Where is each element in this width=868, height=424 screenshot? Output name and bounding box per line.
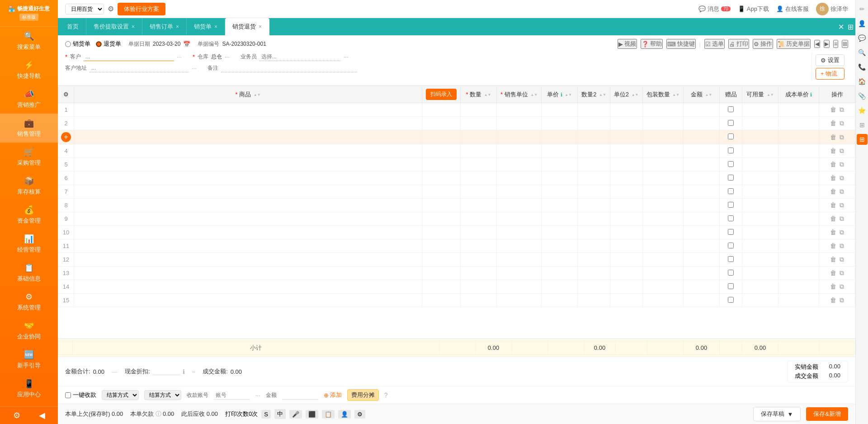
price-cell[interactable]: [542, 158, 578, 172]
delete-row-button[interactable]: 🗑: [829, 200, 837, 210]
qty-cell[interactable]: [460, 103, 496, 117]
right-tool-grid[interactable]: ⊞: [857, 119, 868, 130]
unit-cell[interactable]: [496, 117, 541, 130]
qty2-cell[interactable]: [578, 212, 610, 226]
sidebar-item-marketing[interactable]: 📣 营销推广: [0, 85, 58, 114]
unit2-cell[interactable]: [610, 199, 642, 212]
copy-row-button[interactable]: ⧉: [839, 119, 845, 128]
gift-cell[interactable]: [720, 280, 742, 294]
unit-cell[interactable]: [496, 267, 541, 280]
delete-row-button[interactable]: 🗑: [829, 160, 837, 169]
radio-sales[interactable]: 销货单: [65, 40, 90, 48]
avail-cell[interactable]: [742, 144, 778, 158]
table-wrapper[interactable]: ⚙ * 商品 ▲▼ 扫码录入 * 数量: [58, 86, 855, 338]
gift-cell[interactable]: [720, 130, 742, 144]
cost-cell[interactable]: [778, 130, 819, 144]
radio-return-input[interactable]: [96, 41, 102, 47]
col-price-sort[interactable]: ▲▼: [565, 93, 572, 97]
amount-cell[interactable]: [684, 294, 720, 307]
pack-cell[interactable]: [642, 185, 683, 199]
gift-cell[interactable]: [720, 212, 742, 226]
price-cell[interactable]: [542, 117, 578, 130]
price-cell[interactable]: [542, 130, 578, 144]
delete-row-button[interactable]: 🗑: [829, 105, 837, 114]
price-cell[interactable]: [542, 103, 578, 117]
pack-cell[interactable]: [642, 253, 683, 267]
qty-cell[interactable]: [460, 185, 496, 199]
gift-checkbox[interactable]: [728, 148, 734, 153]
qty-cell[interactable]: [460, 130, 496, 144]
unit2-cell[interactable]: [610, 294, 642, 307]
qty2-cell[interactable]: [578, 294, 610, 307]
avail-cell[interactable]: [742, 158, 778, 172]
cost-cell[interactable]: [778, 226, 819, 239]
gift-cell[interactable]: [720, 158, 742, 172]
avail-cell[interactable]: [742, 280, 778, 294]
account-input[interactable]: [214, 391, 250, 400]
tab-sales-return[interactable]: 销货退货 ×: [225, 18, 269, 35]
avail-cell[interactable]: [742, 199, 778, 212]
col-settings[interactable]: ⚙: [58, 86, 74, 103]
qty-cell[interactable]: [460, 158, 496, 172]
product-cell[interactable]: [74, 267, 422, 280]
qty-cell[interactable]: [460, 212, 496, 226]
amount-cell[interactable]: [684, 267, 720, 280]
unit-cell[interactable]: [496, 144, 541, 158]
select-button[interactable]: ☑ 选单: [704, 39, 725, 49]
bottom-tool-5[interactable]: 📋: [322, 410, 335, 419]
price-cell[interactable]: [542, 226, 578, 239]
gift-cell[interactable]: [720, 185, 742, 199]
unit-cell[interactable]: [496, 226, 541, 239]
add-fee-button[interactable]: ⊕ 添加: [324, 391, 342, 399]
gift-checkbox[interactable]: [728, 243, 734, 248]
pack-cell[interactable]: [642, 117, 683, 130]
shortcut-button[interactable]: ⌨ 快捷键: [666, 39, 696, 49]
price-cell[interactable]: [542, 144, 578, 158]
gift-checkbox[interactable]: [728, 161, 734, 167]
unit-cell[interactable]: [496, 239, 541, 253]
avail-cell[interactable]: [742, 185, 778, 199]
gift-cell[interactable]: [720, 144, 742, 158]
user-profile-button[interactable]: 徐 徐泽华: [816, 3, 848, 15]
sidebar-item-operation[interactable]: 📊 经营管理: [0, 229, 58, 258]
price-cell[interactable]: [542, 294, 578, 307]
qty-cell[interactable]: [460, 117, 496, 130]
pack-cell[interactable]: [642, 158, 683, 172]
qty-cell[interactable]: [460, 280, 496, 294]
pack-cell[interactable]: [642, 294, 683, 307]
cost-cell[interactable]: [778, 144, 819, 158]
col-unit2-sort[interactable]: ▲▼: [632, 93, 639, 97]
cost-cell[interactable]: [778, 253, 819, 267]
product-cell[interactable]: [74, 103, 422, 117]
amount-cell[interactable]: [684, 280, 720, 294]
unit2-cell[interactable]: [610, 185, 642, 199]
gift-checkbox[interactable]: [728, 215, 734, 221]
product-cell[interactable]: [74, 144, 422, 158]
settings-side-button[interactable]: ⚙ 设置: [816, 54, 844, 66]
copy-row-button[interactable]: ⧉: [839, 268, 845, 278]
copy-row-button[interactable]: ⧉: [839, 255, 845, 264]
unit2-cell[interactable]: [610, 103, 642, 117]
sidebar-collapse-button[interactable]: ◀: [39, 410, 45, 420]
right-tool-chat[interactable]: 💬: [857, 33, 868, 43]
tab-sales-order[interactable]: 销售订单 ×: [142, 18, 187, 35]
delete-row-button[interactable]: 🗑: [829, 187, 837, 196]
copy-row-button[interactable]: ⧉: [839, 133, 845, 142]
bottom-tool-6[interactable]: 👤: [338, 410, 351, 419]
avail-cell[interactable]: [742, 103, 778, 117]
pack-cell[interactable]: [642, 267, 683, 280]
price-cell[interactable]: [542, 239, 578, 253]
prev-record-button[interactable]: ◀: [814, 40, 820, 48]
addr-more-icon[interactable]: ···: [192, 65, 197, 71]
history-button[interactable]: 📜 历史单据: [777, 39, 811, 49]
tab-sales-order-close[interactable]: ×: [176, 24, 179, 30]
col-qty-sort[interactable]: ▲▼: [484, 93, 491, 97]
gift-checkbox[interactable]: [728, 270, 734, 276]
amount-cell[interactable]: [684, 199, 720, 212]
sidebar-item-shortcut[interactable]: ⚡ 快捷导航: [0, 56, 58, 85]
cost-cell[interactable]: [778, 267, 819, 280]
customer-addr-input[interactable]: [90, 64, 189, 72]
amount-cell[interactable]: [684, 158, 720, 172]
unit-cell[interactable]: [496, 199, 541, 212]
gift-cell[interactable]: [720, 199, 742, 212]
